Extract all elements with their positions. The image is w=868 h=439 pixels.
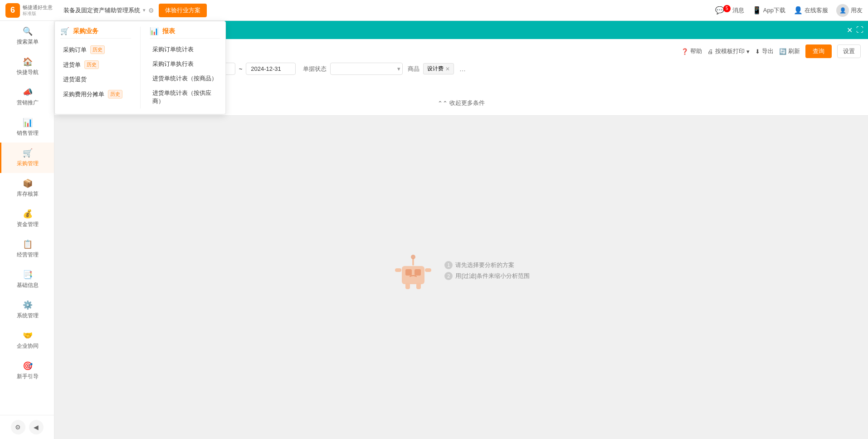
purchase-dropdown-menu: 🛒 采购业务 采购订单 历史 进货单 历史 进货退货 采购费用分摊单 历史 📊 …	[54, 21, 226, 114]
message-icon: 💬	[715, 6, 724, 15]
dropdown-item-purchase-order[interactable]: 采购订单 历史	[60, 42, 131, 57]
help-label: 帮助	[690, 47, 702, 55]
purchase-in-history-tag: 历史	[84, 60, 99, 69]
svg-rect-8	[416, 283, 421, 289]
export-label: 导出	[762, 47, 774, 55]
marketing-icon: 📣	[23, 87, 33, 97]
empty-tips: 1 请先选择要分析的方案 2 用[过滤]条件来缩小分析范围	[444, 261, 529, 280]
user-label: 用友	[851, 6, 863, 15]
collapse-up-icon: ⌃⌃	[438, 100, 448, 107]
tab-close-all-btn[interactable]: ✕	[847, 26, 853, 35]
refresh-btn[interactable]: 🔄 刷新	[779, 44, 800, 58]
sidebar-item-search[interactable]: 🔍 搜索菜单	[0, 21, 54, 51]
empty-state: 1 请先选择要分析的方案 2 用[过滤]条件来缩小分析范围	[54, 116, 868, 425]
purchase-order-exec-label: 采购订单执行表	[152, 60, 194, 68]
sidebar-label-system: 系统管理	[17, 312, 39, 320]
print-btn[interactable]: 🖨 按模板打印 ▾	[707, 44, 750, 58]
doc-status-select[interactable]	[330, 63, 403, 75]
collapse-sidebar-btn[interactable]: ◀	[29, 420, 44, 434]
avatar: 👤	[836, 4, 849, 17]
enterprise-icon: 🤝	[23, 330, 33, 340]
inventory-icon: 📦	[23, 178, 33, 188]
purchase-in-label: 进货单	[63, 61, 81, 69]
product-tag-close-icon[interactable]: ✕	[445, 66, 450, 72]
service-icon: 👤	[794, 6, 803, 15]
purchase-col-header: 🛒 采购业务	[60, 27, 131, 39]
sidebar-item-quick-nav[interactable]: 🏠 快捷导航	[0, 51, 54, 82]
query-btn[interactable]: 查询	[805, 44, 832, 58]
print-label: 按模板打印	[715, 47, 745, 55]
purchase-col: 🛒 采购业务 采购订单 历史 进货单 历史 进货退货 采购费用分摊单 历史	[55, 27, 137, 109]
dropdown-item-purchase-order-stat[interactable]: 采购订单统计表	[150, 42, 220, 57]
finance-icon: 💰	[23, 209, 33, 219]
logo-line1: 畅捷通好生意	[23, 4, 53, 10]
dropdown-item-purchase-order-exec[interactable]: 采购订单执行表	[150, 57, 220, 71]
tab-expand-btn[interactable]: ⛶	[856, 26, 863, 34]
dropdown-item-in-stat-supplier[interactable]: 进货单统计表（按供应商）	[150, 86, 220, 109]
print-icon: 🖨	[707, 48, 713, 55]
sidebar: 🔍 搜索菜单 🏠 快捷导航 📣 营销推广 📊 销售管理 🛒 采购管理 📦 库存核…	[0, 21, 54, 439]
help-btn[interactable]: ❓ 帮助	[681, 44, 702, 58]
dropdown-item-purchase-cost[interactable]: 采购费用分摊单 历史	[60, 87, 131, 102]
logo-tag: 标准版	[23, 10, 53, 16]
operation-icon: 📋	[23, 239, 33, 249]
sidebar-item-inventory[interactable]: 📦 库存核算	[0, 173, 54, 203]
sidebar-label-finance: 资金管理	[17, 221, 39, 228]
sidebar-label-sales: 销售管理	[17, 129, 39, 137]
in-stat-supplier-label: 进货单统计表（按供应商）	[152, 89, 218, 105]
sidebar-item-basic-info[interactable]: 📑 基础信息	[0, 264, 54, 295]
export-btn[interactable]: ⬇ 导出	[755, 44, 774, 58]
svg-rect-5	[395, 268, 401, 272]
doc-status-group: 单据状态 ▾	[303, 63, 400, 75]
sidebar-item-system[interactable]: ⚙️ 系统管理	[0, 295, 54, 325]
svg-rect-2	[414, 269, 421, 276]
settings-bottom-btn[interactable]: ⚙	[11, 420, 25, 434]
refresh-label: 刷新	[788, 47, 800, 55]
purchase-col-icon: 🛒	[60, 27, 69, 35]
industry-btn[interactable]: 体验行业方案	[159, 4, 207, 17]
report-col-icon: 📊	[150, 27, 159, 35]
dropdown-item-purchase-return[interactable]: 进货退货	[60, 72, 131, 87]
sidebar-item-purchase[interactable]: 🛒 采购管理	[0, 143, 54, 173]
export-icon: ⬇	[755, 48, 760, 55]
sidebar-item-marketing[interactable]: 📣 营销推广	[0, 82, 54, 112]
dropdown-divider	[140, 27, 141, 109]
user-area[interactable]: 👤 用友	[836, 4, 863, 17]
app-download-label: App下载	[763, 6, 785, 15]
print-arrow-icon: ▾	[746, 48, 750, 55]
empty-tip-1-text: 请先选择要分析的方案	[455, 261, 514, 269]
app-download-btn[interactable]: 📱 App下载	[752, 6, 785, 15]
product-more-btn[interactable]: ...	[458, 65, 467, 73]
doc-status-label: 单据状态	[303, 65, 327, 73]
sidebar-item-finance[interactable]: 💰 资金管理	[0, 203, 54, 234]
online-service-btn[interactable]: 👤 在线客服	[794, 6, 828, 15]
sidebar-item-sales[interactable]: 📊 销售管理	[0, 112, 54, 143]
purchase-col-title: 采购业务	[73, 27, 98, 35]
sidebar-item-operation[interactable]: 📋 经营管理	[0, 234, 54, 264]
empty-tip-2-text: 用[过滤]条件来缩小分析范围	[455, 272, 529, 280]
logo-icon: 6	[5, 3, 20, 18]
messages-btn[interactable]: 💬 5 消息	[715, 6, 744, 15]
gear-icon[interactable]: ⚙	[148, 7, 154, 14]
sidebar-label-operation: 经营管理	[17, 251, 39, 259]
report-col-header: 📊 报表	[150, 27, 220, 39]
product-group: 商品 设计费 ✕ ...	[408, 63, 467, 74]
tabbar-right: ✕ ⛶	[847, 26, 868, 35]
setting-btn[interactable]: 设置	[837, 44, 861, 58]
sidebar-item-enterprise[interactable]: 🤝 企业协同	[0, 325, 54, 355]
date-to-input[interactable]	[246, 63, 296, 75]
purchase-return-label: 进货退货	[63, 75, 87, 84]
sidebar-item-guide[interactable]: 🎯 新手引导	[0, 355, 54, 386]
svg-rect-3	[412, 258, 414, 266]
query-label: 查询	[813, 47, 824, 55]
dropdown-item-purchase-in[interactable]: 进货单 历史	[60, 57, 131, 72]
setting-label: 设置	[843, 47, 855, 55]
dropdown-arrow-icon[interactable]: ▾	[143, 7, 146, 13]
product-tag-text: 设计费	[427, 65, 444, 73]
sidebar-label-quick-nav: 快捷导航	[17, 69, 39, 76]
basic-info-icon: 📑	[23, 270, 33, 280]
dropdown-item-in-stat-product[interactable]: 进货单统计表（按商品）	[150, 71, 220, 86]
purchase-icon: 🛒	[23, 148, 33, 158]
sidebar-label-purchase: 采购管理	[17, 160, 39, 168]
empty-tip-1: 1 请先选择要分析的方案	[444, 261, 529, 269]
